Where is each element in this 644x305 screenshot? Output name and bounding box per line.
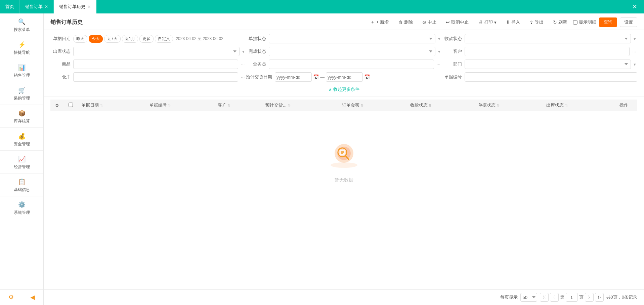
th-amount[interactable]: 订单金额 ⇅ bbox=[338, 100, 406, 111]
th-customer[interactable]: 客户 ⇅ bbox=[214, 100, 262, 111]
stop-button[interactable]: ⊘ 中止 bbox=[419, 18, 440, 27]
calendar-from-icon[interactable]: 📅 bbox=[313, 74, 319, 80]
new-button[interactable]: ＋ + 新增 bbox=[367, 18, 392, 27]
calendar-to-icon[interactable]: 📅 bbox=[364, 74, 370, 80]
prev-page-button[interactable]: ⟨ bbox=[550, 293, 559, 302]
tab-sales-history[interactable]: 销售订单历史 ✕ bbox=[54, 0, 96, 13]
window-close[interactable]: ✕ bbox=[630, 3, 640, 10]
warehouse-ellipsis[interactable]: ··· bbox=[240, 75, 246, 80]
date-btn-1month[interactable]: 近1月 bbox=[122, 35, 138, 43]
warehouse-input[interactable] bbox=[73, 72, 238, 82]
th-checkbox[interactable] bbox=[64, 100, 77, 111]
th-settings[interactable]: ⚙ bbox=[50, 100, 64, 111]
sidebar-item-search[interactable]: 🔍 搜索菜单 bbox=[0, 13, 43, 36]
product-ellipsis[interactable]: ··· bbox=[240, 62, 246, 67]
customer-input[interactable] bbox=[465, 47, 630, 56]
page-size-select[interactable]: 10 20 50 100 bbox=[520, 293, 537, 302]
next-page-button[interactable]: ⟩ bbox=[585, 293, 594, 302]
department-value: ▾ bbox=[465, 60, 637, 69]
page-title: 销售订单历史 bbox=[50, 19, 83, 26]
stop-label: 中止 bbox=[428, 19, 436, 25]
th-delivery-date-label: 预计交货... bbox=[265, 103, 287, 108]
pay-status-select[interactable] bbox=[465, 34, 631, 43]
refresh-button[interactable]: ↻ 刷新 bbox=[550, 18, 570, 27]
date-btn-more[interactable]: 更多 bbox=[139, 35, 154, 43]
tab-sales-order[interactable]: 销售订单 ✕ bbox=[20, 0, 54, 13]
sidebar-item-inventory[interactable]: 📦 库存核算 bbox=[0, 105, 43, 128]
delivery-status-chevron[interactable]: ▾ bbox=[241, 49, 246, 54]
filter-completion: 完成状态 ▾ bbox=[246, 47, 441, 56]
sidebar-item-quicknav[interactable]: ⚡ 快捷导航 bbox=[0, 36, 43, 59]
date-btn-7days[interactable]: 近7天 bbox=[104, 35, 121, 43]
first-page-button[interactable]: ⟨⟨ bbox=[540, 293, 549, 302]
cancel-stop-button[interactable]: ↩ 取消中止 bbox=[442, 18, 472, 27]
tab-home[interactable]: 首页 bbox=[0, 0, 20, 13]
department-select[interactable] bbox=[465, 60, 631, 69]
sidebar-item-purchase[interactable]: 🛒 采购管理 bbox=[0, 82, 43, 105]
query-button[interactable]: 查询 bbox=[599, 17, 617, 27]
collapse-bar[interactable]: ∧ 收起更多条件 bbox=[50, 85, 637, 92]
date-btn-yesterday[interactable]: 昨天 bbox=[73, 35, 87, 43]
date-btn-today[interactable]: 今天 bbox=[89, 35, 103, 43]
product-input[interactable] bbox=[73, 60, 238, 69]
order-no-input[interactable] bbox=[465, 72, 637, 82]
collapse-sidebar-icon[interactable]: ◀ bbox=[30, 294, 35, 301]
th-pay-status[interactable]: 收款状态 ⇅ bbox=[406, 100, 474, 111]
delivery-date-to[interactable] bbox=[326, 72, 363, 82]
sidebar-item-system[interactable]: ⚙️ 系统管理 bbox=[0, 196, 43, 219]
sidebar-item-basic[interactable]: 📋 基础信息 bbox=[0, 174, 43, 196]
salesman-input[interactable] bbox=[269, 60, 434, 69]
table-header-row: ⚙ 单据日期 ⇅ 单据编号 ⇅ 客户 ⇅ bbox=[50, 100, 637, 111]
purchase-icon: 🛒 bbox=[18, 87, 26, 94]
th-delivery-date[interactable]: 预计交货... ⇅ bbox=[261, 100, 338, 111]
completion-chevron[interactable]: ▾ bbox=[437, 49, 442, 54]
last-page-button[interactable]: ⟩⟩ bbox=[595, 293, 604, 302]
delivery-status-value: ▾ bbox=[73, 47, 246, 56]
th-customer-label: 客户 bbox=[218, 103, 226, 108]
page-input[interactable] bbox=[566, 293, 578, 302]
sidebar: 🔍 搜索菜单 ⚡ 快捷导航 📊 销售管理 🛒 采购管理 📦 库存核算 💰 资金管… bbox=[0, 13, 44, 305]
print-button[interactable]: 🖨 打印 ▾ bbox=[475, 18, 500, 27]
th-order-status-sort: ⇅ bbox=[497, 104, 500, 107]
print-chevron-icon[interactable]: ▾ bbox=[494, 20, 497, 25]
order-status-select[interactable] bbox=[269, 34, 435, 43]
salesman-ellipsis[interactable]: ··· bbox=[435, 62, 442, 67]
department-chevron[interactable]: ▾ bbox=[632, 62, 637, 67]
warehouse-value: ··· bbox=[73, 72, 246, 82]
display-toggle-checkbox[interactable] bbox=[573, 20, 577, 25]
print-label: 打印 bbox=[484, 19, 493, 25]
th-date[interactable]: 单据日期 ⇅ bbox=[77, 100, 145, 111]
th-delivery-status[interactable]: 出库状态 ⇅ bbox=[542, 100, 610, 111]
th-order-status[interactable]: 单据状态 ⇅ bbox=[474, 100, 542, 111]
pay-status-chevron[interactable]: ▾ bbox=[632, 36, 637, 41]
import-label: 导入 bbox=[511, 19, 520, 25]
sidebar-item-finance[interactable]: 💰 资金管理 bbox=[0, 128, 43, 151]
export-icon: ⬆ bbox=[529, 20, 533, 25]
sidebar-item-sales[interactable]: 📊 销售管理 bbox=[0, 59, 43, 82]
settings-button[interactable]: 设置 bbox=[620, 17, 637, 27]
sidebar-item-operations[interactable]: 📈 经营管理 bbox=[0, 151, 43, 174]
completion-select[interactable] bbox=[269, 47, 435, 56]
date-btn-custom[interactable]: 自定义 bbox=[155, 35, 173, 43]
customer-ellipsis[interactable]: ··· bbox=[631, 49, 637, 54]
th-delivery-status-sort: ⇅ bbox=[565, 104, 568, 107]
tab-sales-history-close[interactable]: ✕ bbox=[87, 4, 91, 9]
delete-button[interactable]: 🗑 删除 bbox=[395, 18, 416, 27]
new-icon: ＋ bbox=[370, 19, 375, 25]
th-no[interactable]: 单据编号 ⇅ bbox=[145, 100, 214, 111]
date-filter-label: 单据日期 bbox=[50, 36, 71, 42]
page-total: 共0页，0条记录 bbox=[606, 294, 637, 300]
export-button[interactable]: ⬆ 导出 bbox=[526, 18, 547, 27]
display-toggle[interactable]: 显示明细 bbox=[573, 19, 596, 25]
select-all-checkbox[interactable] bbox=[69, 103, 73, 107]
tab-sales-order-close[interactable]: ✕ bbox=[45, 4, 48, 9]
settings-bottom-icon[interactable]: ⚙ bbox=[8, 294, 14, 301]
refresh-icon: ↻ bbox=[553, 20, 557, 25]
product-label: 商品 bbox=[50, 61, 71, 67]
order-status-chevron[interactable]: ▾ bbox=[437, 36, 442, 41]
delivery-status-select[interactable] bbox=[73, 47, 240, 56]
delete-icon: 🗑 bbox=[398, 20, 403, 25]
stop-icon: ⊘ bbox=[422, 20, 426, 25]
import-button[interactable]: ⬇ 导入 bbox=[503, 18, 523, 27]
delivery-date-from[interactable] bbox=[275, 72, 312, 82]
